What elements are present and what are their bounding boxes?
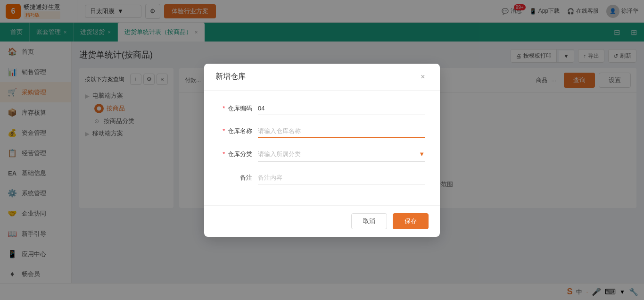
form-row-name: * 仓库名称	[219, 125, 425, 138]
modal-overlay[interactable]: 新增仓库 × * 仓库编码 * 仓库名称	[0, 0, 644, 300]
dialog-body: * 仓库编码 * 仓库名称 * 仓库分类 请输入	[204, 91, 440, 205]
new-warehouse-dialog: 新增仓库 × * 仓库编码 * 仓库名称	[204, 64, 440, 237]
dialog-title: 新增仓库	[215, 72, 246, 82]
dialog-header: 新增仓库 ×	[204, 64, 440, 91]
dialog-footer: 取消 保存	[204, 205, 440, 237]
remark-input[interactable]	[258, 171, 425, 184]
dialog-close-button[interactable]: ×	[417, 71, 429, 83]
warehouse-code-label: * 仓库编码	[219, 104, 252, 113]
form-row-remark: 备注	[219, 171, 425, 184]
cancel-button[interactable]: 取消	[351, 213, 387, 229]
form-row-type: * 仓库分类 请输入所属分类 ▼	[219, 147, 425, 162]
warehouse-name-input[interactable]	[258, 125, 425, 138]
warehouse-type-select[interactable]: 请输入所属分类 ▼	[258, 147, 425, 162]
warehouse-type-label: * 仓库分类	[219, 150, 252, 158]
remark-label: 备注	[219, 174, 252, 182]
type-chevron-icon: ▼	[419, 150, 425, 158]
warehouse-type-placeholder: 请输入所属分类	[258, 150, 419, 158]
save-button[interactable]: 保存	[393, 213, 429, 229]
warehouse-code-input[interactable]	[258, 102, 425, 115]
warehouse-name-label: * 仓库名称	[219, 127, 252, 135]
form-row-code: * 仓库编码	[219, 102, 425, 115]
